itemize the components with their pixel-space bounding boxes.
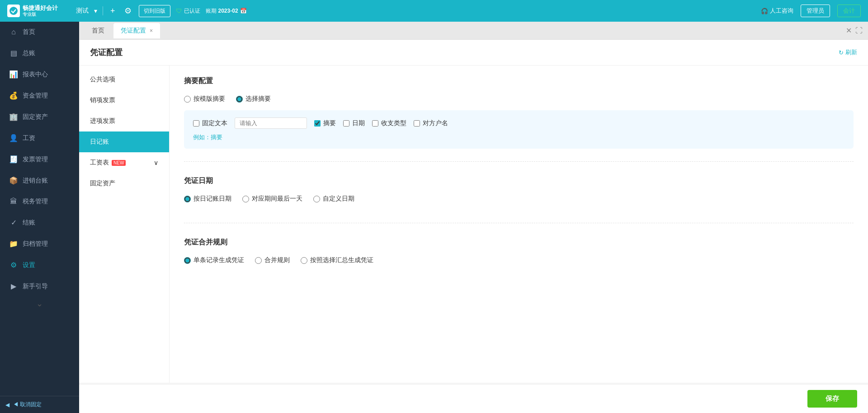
date-radio-period-last[interactable]: 对应期间最后一天 [242,195,302,203]
example-text: 例如：摘要 [193,133,844,141]
fixed-text-input[interactable] [235,117,307,129]
sidebar-label-report: 报表中心 [23,70,48,79]
close-tab-icon[interactable]: ✕ [846,26,852,35]
checkbox-summary-label: 摘要 [323,119,336,127]
summary-radio-template[interactable]: 按模版摘要 [184,95,225,103]
consult-button[interactable]: 🎧 人工咨询 [761,7,793,15]
summary-checkboxes-row: 固定文本 摘要 日期 [193,117,844,129]
summary-radio-template-label: 按模版摘要 [193,95,225,103]
sidebar-label-stock: 进销台账 [23,177,48,185]
merge-section-title: 凭证合并规则 [184,238,854,247]
merge-radio-rules[interactable]: 合并规则 [255,256,290,264]
sidebar-item-capital[interactable]: 💰 资金管理 [0,85,79,106]
checkbox-fixed-text[interactable]: 固定文本 [193,119,227,127]
date-radio-custom-label: 自定义日期 [323,195,354,203]
report-icon: 📊 [9,70,18,79]
sidebar-label-asset: 固定资产 [23,113,48,121]
sidebar-item-asset[interactable]: 🏢 固定资产 [0,106,79,127]
close-period-icon: ✓ [9,218,18,227]
sidebar-item-archive[interactable]: 📁 归档管理 [0,233,79,254]
merge-radio-group: 单条记录生成凭证 合并规则 按照选择汇总生成凭证 [184,256,854,264]
new-badge: NEW [112,160,126,166]
summary-radio-select[interactable]: 选择摘要 [236,95,271,103]
sidebar-item-home[interactable]: ⌂ 首页 [0,22,79,42]
config-nav-sales-invoice[interactable]: 销项发票 [79,90,169,111]
checkbox-counterpart-label: 对方户名 [423,119,448,127]
sidebar-item-settings[interactable]: ⚙ 设置 [0,254,79,276]
pin-icon: ◀ [5,402,9,408]
chevron-down-icon[interactable]: ▾ [94,7,97,14]
config-layout: 公共选项 销项发票 进项发票 日记账 工资表 NEW [79,66,868,383]
certified-status: 🛡 已认证 [176,7,200,15]
merge-radio-summary[interactable]: 按照选择汇总生成凭证 [301,256,373,264]
date-section: 凭证日期 按日记账日期 对应期间最后一天 [184,176,854,223]
archive-icon: 📁 [9,239,18,248]
checkbox-income-type[interactable]: 收支类型 [372,119,406,127]
config-nav-fixed-assets[interactable]: 固定资产 [79,173,169,194]
summary-radio-select-label: 选择摘要 [245,95,271,103]
content-area: 首页 凭证配置 × ✕ ⛶ 凭证配置 ↻ 刷新 [79,22,868,413]
switch-version-button[interactable]: 切到旧版 [139,5,170,17]
settings-button[interactable]: ⚙ [123,4,133,18]
merge-radio-single[interactable]: 单条记录生成凭证 [184,256,244,264]
sidebar-item-guide[interactable]: ▶ 新手引导 [0,276,79,297]
cancel-pin-button[interactable]: ◀ ◀ 取消固定 [0,396,79,413]
sidebar-item-invoice[interactable]: 🧾 发票管理 [0,149,79,170]
refresh-button[interactable]: ↻ 刷新 [839,48,857,56]
page-header: 凭证配置 ↻ 刷新 [79,40,868,66]
config-nav-purchase-invoice[interactable]: 进项发票 [79,111,169,131]
checkbox-date[interactable]: 日期 [343,119,365,127]
sidebar-scroll-down[interactable]: ⌄ [0,297,79,310]
sidebar-label-home: 首页 [23,28,35,36]
tab-close-button[interactable]: × [150,28,153,34]
date-radio-group: 按日记账日期 对应期间最后一天 自定义日期 [184,195,854,203]
tab-active-voucher-config[interactable]: 凭证配置 × [113,23,160,38]
config-nav-public[interactable]: 公共选项 [79,69,169,90]
app-edition: 专业版 [23,12,58,17]
sidebar-label-ledger: 总账 [23,49,35,57]
save-button[interactable]: 保存 [807,390,857,408]
app-name: 畅捷通好会计 [23,5,58,12]
sidebar-item-report[interactable]: 📊 报表中心 [0,64,79,85]
summary-section-title: 摘要配置 [184,76,854,86]
sidebar-label-capital: 资金管理 [23,92,48,100]
tab-home[interactable]: 首页 [85,23,112,38]
topbar-right: 🎧 人工咨询 管理员 会计 [761,5,861,17]
summary-options-box: 固定文本 摘要 日期 [184,110,854,149]
page-title: 凭证配置 [90,47,123,58]
fullscreen-icon[interactable]: ⛶ [855,27,863,35]
sidebar-item-ledger[interactable]: ▤ 总账 [0,42,79,64]
main-layout: ⌂ 首页 ▤ 总账 📊 报表中心 💰 资金管理 🏢 固定资产 👤 工资 🧾 发票… [0,22,868,413]
role-button[interactable]: 会计 [837,5,861,17]
date-radio-diary[interactable]: 按日记账日期 [184,195,231,203]
tax-icon: 🏛 [9,197,18,206]
svg-point-0 [9,7,18,15]
date-radio-period-last-label: 对应期间最后一天 [252,195,302,203]
checkbox-income-type-label: 收支类型 [381,119,406,127]
sidebar-label-payroll: 工资 [23,134,35,142]
config-nav-payroll-table[interactable]: 工资表 NEW ∨ [79,152,169,173]
date-section-title: 凭证日期 [184,176,854,186]
config-nav-diary[interactable]: 日记账 [79,131,169,152]
sidebar-label-guide: 新手引导 [23,282,48,291]
add-button[interactable]: + [108,5,117,18]
checkbox-counterpart[interactable]: 对方户名 [414,119,448,127]
checkbox-fixed-text-label: 固定文本 [202,119,227,127]
sidebar-item-payroll[interactable]: 👤 工资 [0,127,79,149]
sidebar-item-tax[interactable]: 🏛 税务管理 [0,191,79,212]
stock-icon: 📦 [9,176,18,185]
date-radio-custom[interactable]: 自定义日期 [313,195,354,203]
merge-section: 凭证合并规则 单条记录生成凭证 合并规则 [184,238,854,284]
bottom-bar: 保存 [79,384,868,413]
shield-icon: 🛡 [176,7,182,14]
sidebar: ⌂ 首页 ▤ 总账 📊 报表中心 💰 资金管理 🏢 固定资产 👤 工资 🧾 发票… [0,22,79,413]
sidebar-item-stock[interactable]: 📦 进销台账 [0,170,79,191]
home-icon: ⌂ [9,28,18,36]
page-content: 凭证配置 ↻ 刷新 公共选项 销项发票 进项发票 [79,40,868,384]
checkbox-summary[interactable]: 摘要 [314,119,336,127]
payroll-icon: 👤 [9,134,18,142]
merge-radio-rules-label: 合并规则 [264,256,290,264]
sidebar-item-close[interactable]: ✓ 结账 [0,212,79,233]
admin-button[interactable]: 管理员 [801,5,830,17]
calendar-icon[interactable]: 📅 [240,8,247,14]
